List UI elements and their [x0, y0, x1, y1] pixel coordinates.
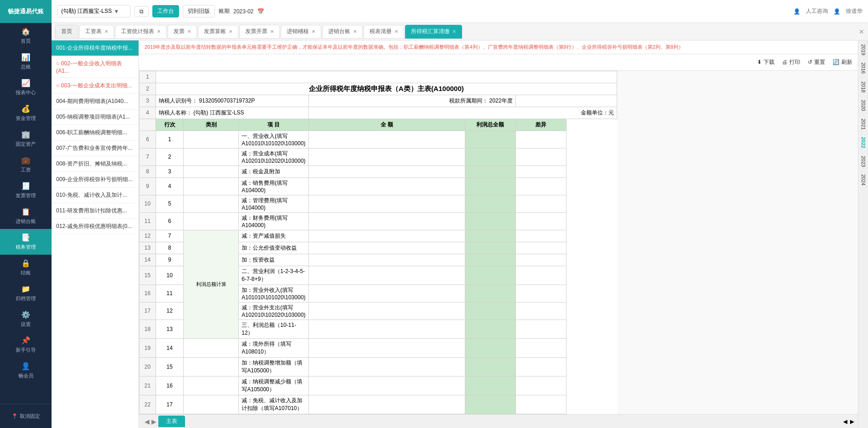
print-icon: 🖨 — [782, 59, 787, 65]
tab-tax-clear[interactable]: 税表清册 ✕ — [364, 25, 404, 39]
service-label[interactable]: 人工咨询 — [806, 7, 828, 15]
list-item-012[interactable]: 012-减免所得税优惠明细表(0... — [52, 219, 139, 234]
copy-button[interactable]: ⧉ — [134, 6, 149, 17]
download-button[interactable]: ⬇ 下载 — [757, 58, 775, 66]
list-item-005[interactable]: 005-纳税调整项目明细表(A1... — [52, 109, 139, 125]
close-period-icon: 🔒 — [21, 259, 30, 268]
list-item-010[interactable]: 010-免税、减计收入及加计... — [52, 188, 139, 203]
sidebar-item-guide[interactable]: 📌 新手引导 — [0, 332, 52, 358]
year-2016[interactable]: 2016 — [861, 59, 866, 77]
list-item-007[interactable]: 007-广告费和业务宣传费跨年... — [52, 141, 139, 156]
table-row: 19 14 减：境外所得（填写A108010） — [139, 338, 617, 357]
tab-payroll[interactable]: 工资表 ✕ — [79, 25, 114, 39]
tab-label-invoice-open: 发票开票 — [245, 28, 267, 35]
user-avatar-icon: 👤 — [833, 8, 840, 15]
sidebar-item-archive[interactable]: 📁 归档管理 — [0, 280, 52, 306]
close-tab-invoice-open[interactable]: ✕ — [270, 29, 274, 34]
sidebar-item-sales[interactable]: 📋 进销台账 — [0, 203, 52, 229]
list-item-001[interactable]: 001-企业所得税年度纳税申报... — [52, 40, 139, 56]
year-2019[interactable]: 2019 — [861, 40, 866, 59]
close-tab-invoice[interactable]: ✕ — [187, 29, 191, 34]
list-item-003[interactable]: ○ 003-一般企业成本支出明细... — [52, 78, 139, 94]
table-row: 8 3 减：税金及附加 — [139, 165, 617, 177]
tab-label-tax-clear: 税表清册 — [370, 28, 392, 35]
company-selector[interactable]: (勾勒) 江西服宝-LSS ▼ — [57, 5, 131, 17]
sidebar-label-payroll: 工资 — [21, 166, 31, 173]
list-item-009[interactable]: 009-企业所得税弥补亏损明细... — [52, 172, 139, 188]
table-row: 20 15 加：纳税调整增加额（填写A105000） — [139, 357, 617, 376]
sidebar-item-settings[interactable]: ⚙️ 设置 — [0, 306, 52, 332]
close-tab-purchase-check[interactable]: ✕ — [312, 29, 315, 34]
list-item-008[interactable]: 008-资产折旧、摊销及纳税... — [52, 156, 139, 172]
company-name: (勾勒) 江西服宝-LSS — [61, 7, 112, 15]
close-tab-sales-ledger[interactable]: ✕ — [353, 29, 357, 34]
year-2018[interactable]: 2018 — [861, 78, 866, 96]
tab-label-payroll-stats: 工资统计报表 — [121, 28, 154, 35]
pin-toggle[interactable]: 📍 取消固定 — [0, 408, 52, 424]
calendar-icon: 📅 — [257, 8, 264, 15]
sidebar-label-close: 结账 — [21, 269, 31, 276]
close-tab-payroll-stats[interactable]: ✕ — [157, 29, 161, 34]
scroll-left-icon[interactable]: ◀ — [843, 418, 847, 425]
close-tab-invoice-calc[interactable]: ✕ — [229, 29, 232, 34]
tab-income-tax[interactable]: 所得税汇算清缴 ✕ — [405, 25, 462, 39]
sidebar-item-member[interactable]: 👤 畅会员 — [0, 358, 52, 383]
scroll-right-icon[interactable]: ▶ — [850, 418, 854, 425]
sidebar-item-ledger[interactable]: 📊 总账 — [0, 49, 52, 74]
close-tab-tax-clear[interactable]: ✕ — [394, 29, 398, 34]
tab-home[interactable]: 首页 — [55, 25, 78, 39]
year-2021[interactable]: 2021 — [861, 115, 866, 133]
workbench-button[interactable]: 工作台 — [152, 5, 179, 17]
list-item-006[interactable]: 006-职工薪酬纳税调整明细... — [52, 125, 139, 141]
topbar-right: 👤 人工咨询 👤 徐道华 — [793, 7, 862, 15]
chevron-down-icon: ▼ — [114, 8, 119, 15]
sheet-tab-main[interactable]: 主表 — [158, 416, 185, 427]
refresh-button[interactable]: 🔄 刷新 — [833, 58, 852, 66]
sidebar-item-payroll[interactable]: 💼 工资 — [0, 152, 52, 177]
table-row: 22 17 减：免税、减计收入及加计扣除（填写A107010） — [139, 395, 617, 414]
print-button[interactable]: 🖨 打印 — [782, 58, 800, 66]
list-item-002[interactable]: ○ 002-一般企业收入明细表(A1... — [52, 56, 139, 78]
switch-old-button[interactable]: 切到旧版 — [183, 5, 215, 17]
spreadsheet-wrapper[interactable]: 1 2 企业所得税年度纳税申报表（A类）主表(A100000) 3 — [139, 71, 858, 415]
tab-sales-ledger[interactable]: 进销台账 ✕ — [322, 25, 363, 39]
tab-label-sales-ledger: 进销台账 — [328, 28, 350, 35]
year-2023[interactable]: 2023 — [861, 152, 866, 171]
service-icon: 👤 — [793, 8, 800, 15]
sidebar-item-home[interactable]: 🏠 首页 — [0, 23, 52, 49]
table-row: 2 企业所得税年度纳税申报表（A类）主表(A100000) — [139, 83, 617, 95]
year-2022[interactable]: 2022 — [861, 133, 866, 152]
tab-invoice-calc[interactable]: 发票算账 ✕ — [198, 25, 238, 39]
reset-icon: ↺ — [808, 59, 812, 65]
user-name: 徐道华 — [846, 7, 862, 15]
tab-payroll-stats[interactable]: 工资统计报表 ✕ — [115, 25, 167, 39]
next-sheet-icon[interactable]: ▶ — [151, 418, 156, 425]
sidebar-item-close[interactable]: 🔒 结账 — [0, 255, 52, 280]
sidebar-item-reports[interactable]: 📈 报表中心 — [0, 74, 52, 100]
tab-purchase-check[interactable]: 进销稽核 ✕ — [281, 25, 321, 39]
year-2024[interactable]: 2024 — [861, 171, 866, 189]
tax-icon: 📑 — [21, 233, 30, 242]
tab-label-payroll: 工资表 — [85, 28, 102, 35]
close-all-button[interactable]: ✕ — [859, 28, 864, 35]
close-tab-payroll[interactable]: ✕ — [104, 29, 108, 34]
tab-invoice[interactable]: 发票 ✕ — [168, 25, 197, 39]
year-2020[interactable]: 2020 — [861, 96, 866, 114]
list-item-011[interactable]: 011-研发费用加计扣除优惠... — [52, 203, 139, 219]
col-header-val: 全 额 — [308, 119, 465, 131]
guide-icon: 📌 — [21, 336, 30, 345]
sidebar-item-tax[interactable]: 📑 税务管理 — [0, 229, 52, 255]
funds-icon: 💰 — [21, 104, 30, 113]
close-tab-income-tax[interactable]: ✕ — [452, 29, 456, 34]
tab-invoice-open[interactable]: 发票开票 ✕ — [239, 25, 280, 39]
prev-sheet-icon[interactable]: ◀ — [145, 418, 150, 425]
list-item-004[interactable]: 004-期间费用明细表(A1040... — [52, 94, 139, 109]
sidebar-item-assets[interactable]: 🏢 固定资产 — [0, 126, 52, 152]
assets-icon: 🏢 — [21, 130, 30, 139]
sidebar-item-invoices[interactable]: 🧾 发票管理 — [0, 177, 52, 203]
tax-period-label: 税款所属期间： — [449, 97, 488, 104]
sidebar-item-funds[interactable]: 💰 资金管理 — [0, 100, 52, 126]
error-icon-002: ○ — [56, 60, 61, 67]
reset-button[interactable]: ↺ 重置 — [808, 58, 825, 66]
reports-icon: 📈 — [21, 79, 30, 87]
